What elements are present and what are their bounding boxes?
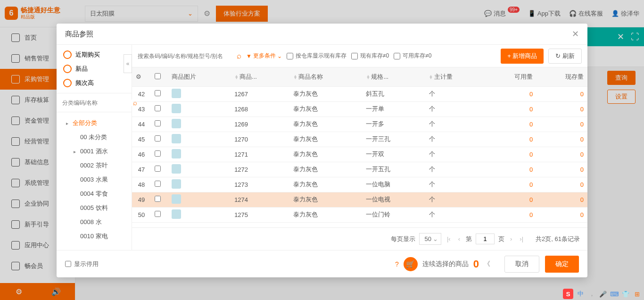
table-row[interactable]: 461271泰力灰色一开双个00 [132,147,587,162]
row-checkbox[interactable] [155,105,161,111]
circle-icon [63,50,72,59]
product-image [172,134,181,143]
search-icon[interactable]: ⌕ [133,99,137,107]
add-product-button[interactable]: + 新增商品 [501,49,544,64]
category-item[interactable]: 0003 水果 [57,173,132,187]
col-name[interactable]: ▲▼商品名称 [289,67,363,86]
pager-next[interactable]: › [508,235,514,242]
modal-title: 商品参照 [65,30,93,39]
page-input[interactable] [476,233,495,244]
row-checkbox[interactable] [155,90,161,96]
pager-first[interactable]: |‹ [445,235,453,242]
product-image [172,104,181,113]
table-row[interactable]: 441269泰力灰色一开多个00 [132,117,587,132]
quick-filter[interactable]: 频次高 [57,76,132,90]
table-row[interactable]: 421267泰力灰色斜五孔个00 [132,86,587,101]
ime-icon[interactable]: 中 [576,290,585,298]
product-reference-modal: 商品参照 ✕ « 近期购买新品频次高 ⌕ ▸全部分类00 未分类▸0001 酒水… [57,24,587,277]
category-search-input[interactable] [62,100,133,106]
ime-bar: S 中，🎤⌨👕⊞ [563,289,641,299]
selected-count: 0 [473,258,479,270]
quick-filter[interactable]: 新品 [57,62,132,76]
circle-icon [63,79,72,87]
product-image [172,119,181,128]
category-search: ⌕ [57,93,132,112]
col-stock[interactable]: 现存量 [537,67,587,86]
chk-avail-nonzero[interactable]: 可用库存≠0 [394,52,431,60]
table-row[interactable]: 431268泰力灰色一开单个00 [132,101,587,117]
search-icon[interactable]: ⌕ [237,51,241,61]
close-icon[interactable]: ✕ [572,29,579,39]
row-checkbox[interactable] [155,120,161,126]
chk-by-warehouse[interactable]: 按仓库显示现有库存 [287,52,347,60]
modal-footer: 显示停用 ? 🛒 连续选择的商品 0 《 取消 确定 [57,250,587,277]
col-unit[interactable]: ▲▼主计量 [425,67,486,86]
col-code[interactable]: ▲▼商品... [231,67,289,86]
refresh-button[interactable]: ↻ 刷新 [548,49,582,64]
gear-icon[interactable]: ⚙ [136,73,141,80]
row-checkbox[interactable] [155,166,161,172]
product-image [172,164,181,174]
table-wrap[interactable]: ⚙ 商品图片 ▲▼商品... ▲▼商品名称 ▲▼规格... ▲▼主计量 可用量 … [132,67,587,227]
chevron-down-icon: ⌄ [277,53,282,59]
pager-total: 共2页, 61条记录 [536,235,580,243]
ime-icon[interactable]: ， [587,290,596,298]
modal-header: 商品参照 ✕ [57,24,587,45]
product-image [172,209,181,219]
cart-icon[interactable]: 🛒 [404,257,418,271]
quick-filter[interactable]: 近期购买 [57,48,132,62]
row-checkbox[interactable] [155,211,161,217]
ok-button[interactable]: 确定 [545,256,579,273]
category-all[interactable]: ▸全部分类 [57,116,132,130]
ime-icon[interactable]: ⌨ [610,290,619,298]
ime-sogou-icon[interactable]: S [563,289,573,299]
ime-icon[interactable]: 🎤 [599,290,607,298]
product-table: ⚙ 商品图片 ▲▼商品... ▲▼商品名称 ▲▼规格... ▲▼主计量 可用量 … [132,67,587,223]
show-disabled-checkbox[interactable]: 显示停用 [65,260,99,268]
collapse-handle[interactable]: « [124,54,132,73]
table-row[interactable]: 471272泰力灰色一开五孔个00 [132,162,587,177]
category-item[interactable]: 0002 茶叶 [57,158,132,173]
refresh-icon: ↻ [555,52,562,59]
more-conditions[interactable]: ▼ 更多条件 ⌄ [246,52,282,60]
table-row[interactable]: 481273泰力灰色一位电脑个00 [132,177,587,192]
product-image [172,89,181,98]
pager-prev[interactable]: ‹ [456,235,462,242]
col-avail[interactable]: 可用量 [486,67,537,86]
page-size-select[interactable]: 50 [419,233,441,245]
product-image [172,179,181,189]
pager-last[interactable]: ›| [518,235,525,242]
pager: 每页显示 50 |‹ ‹ 第 页 › ›| 共2页, 61条记录 [132,227,587,250]
product-search-input[interactable] [138,53,232,59]
table-row[interactable]: 451270泰力灰色一开三孔个00 [132,132,587,147]
row-checkbox[interactable] [155,181,161,187]
modal-main: ⌕ ▼ 更多条件 ⌄ 按仓库显示现有库存 现有库存≠0 可用库存≠0 + 新增商… [132,45,587,250]
category-item[interactable]: 0004 零食 [57,187,132,201]
category-item[interactable]: ▸0001 酒水 [57,144,132,158]
filter-icon: ▼ [246,53,252,59]
cancel-button[interactable]: 取消 [504,256,539,273]
table-row[interactable]: 501275泰力灰色一位门铃个00 [132,207,587,222]
category-item[interactable]: 0008 水 [57,215,132,229]
filter-bar: ⌕ ▼ 更多条件 ⌄ 按仓库显示现有库存 现有库存≠0 可用库存≠0 + 新增商… [132,45,587,67]
modal-sidebar: « 近期购买新品频次高 ⌕ ▸全部分类00 未分类▸0001 酒水0002 茶叶… [57,45,132,250]
table-row[interactable]: 491274泰力灰色一位电视个00 [132,192,587,207]
ime-icon[interactable]: 👕 [621,290,630,298]
category-item[interactable]: 00 未分类 [57,130,132,144]
col-image[interactable]: 商品图片 [168,67,231,86]
ime-icon[interactable]: ⊞ [633,290,641,298]
help-icon[interactable]: ? [395,260,399,268]
product-image [172,149,181,158]
circle-icon [63,65,72,73]
row-checkbox[interactable] [155,135,161,142]
col-spec[interactable]: ▲▼规格... [362,67,425,86]
category-item[interactable]: 0010 家电 [57,229,132,243]
category-item[interactable]: 0005 饮料 [57,201,132,215]
chevron-up-icon[interactable]: 《 [484,260,490,268]
row-checkbox[interactable] [155,196,161,202]
row-checkbox[interactable] [155,150,161,157]
select-all-checkbox[interactable] [155,73,161,79]
chk-stock-nonzero[interactable]: 现有库存≠0 [351,52,389,60]
product-image [172,194,181,204]
